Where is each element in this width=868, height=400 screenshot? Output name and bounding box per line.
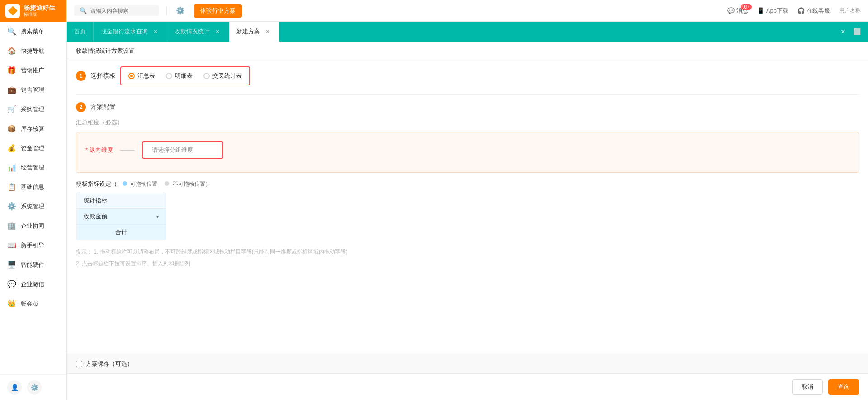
page-footer: 方案保存（可选） — [67, 354, 868, 373]
chevron-down-icon[interactable]: ▾ — [156, 214, 159, 219]
tips-area: 提示： 1. 拖动标题栏可以调整布局，不可跨维度或指标区域拖动栏目字段(只能在同… — [76, 242, 859, 274]
member-icon: 👑 — [7, 299, 16, 308]
metrics-table-header: 统计指标 — [76, 193, 166, 209]
sidebar-nav: 🔍 搜索菜单 🏠 快捷导航 🎁 营销推广 💼 销售管理 🛒 采购管理 📦 库存核… — [0, 22, 66, 374]
step1-header: 1 选择模板 汇总表 明细表 — [76, 66, 859, 85]
sidebar-item-quick-nav[interactable]: 🏠 快捷导航 — [0, 41, 66, 61]
movable-dot — [123, 181, 127, 186]
radio-summary[interactable] — [128, 73, 135, 79]
tabbar: 首页 现金银行流水查询 ✕ 收款情况统计 ✕ 新建方案 ✕ ✕ ⬜ — [67, 22, 868, 42]
metrics-cell-total: 合计 — [76, 224, 166, 240]
vertical-dimension-label: * 纵向维度 — [85, 146, 113, 154]
close-window-icon[interactable]: ✕ — [839, 26, 848, 37]
gear-icon[interactable]: ⚙️ — [174, 5, 187, 17]
sidebar-item-hardware[interactable]: 🖥️ 智能硬件 — [0, 255, 66, 274]
step2-num: 2 — [76, 102, 86, 112]
tab-new-plan-close[interactable]: ✕ — [264, 28, 272, 36]
hardware-icon: 🖥️ — [7, 260, 16, 269]
save-checkbox[interactable] — [76, 361, 82, 367]
user-name[interactable]: 用户名称 — [839, 7, 861, 14]
step2-section: 2 方案配置 汇总维度（必选） * 纵向维度 —— — [76, 102, 859, 274]
purchase-icon: 🛒 — [7, 105, 16, 113]
metrics-table: 统计指标 收款金额 ▾ 合计 — [76, 193, 166, 240]
radio-detail[interactable] — [166, 73, 172, 79]
search-input[interactable] — [90, 8, 154, 14]
home-icon: 🏠 — [7, 47, 16, 55]
operation-icon: 📊 — [7, 163, 16, 172]
search-box[interactable]: 🔍 — [74, 5, 159, 16]
tab-collection-stats[interactable]: 收款情况统计 ✕ — [167, 22, 229, 42]
app-download-btn[interactable]: 📱 App下载 — [757, 7, 788, 15]
basic-icon: 📋 — [7, 183, 16, 191]
config-section: 汇总维度（必选） * 纵向维度 —— 请选择分组维度 — [76, 118, 859, 274]
beginner-icon: 📖 — [7, 241, 16, 249]
legend-movable: 可拖动位置 — [123, 180, 157, 188]
form-area: 1 选择模板 汇总表 明细表 — [67, 59, 868, 354]
sidebar-item-inventory[interactable]: 📦 库存核算 — [0, 119, 66, 138]
sidebar: 🔶 畅捷通好生 标准版 🔍 搜索菜单 🏠 快捷导航 🎁 营销推广 💼 销售管理 … — [0, 0, 67, 400]
logo-icon: 🔶 — [5, 4, 20, 18]
query-button[interactable]: 查询 — [828, 379, 859, 395]
summary-dimension-label: 汇总维度（必选） — [76, 118, 859, 127]
page-container: 收款情况统计方案设置 1 选择模板 汇总表 — [67, 42, 868, 373]
metrics-cell-amount[interactable]: 收款金额 ▾ — [76, 209, 166, 224]
search-icon: 🔍 — [80, 7, 87, 14]
sidebar-item-beginner[interactable]: 📖 新手引导 — [0, 235, 66, 255]
sales-icon: 💼 — [7, 85, 16, 94]
maximize-icon[interactable]: ⬜ — [851, 26, 863, 37]
option-summary[interactable]: 汇总表 — [128, 72, 155, 80]
main-content: 🔍 ⚙️ 体验行业方案 💬 消息 99+ 📱 App下载 🎧 在线客服 用户名称 — [67, 0, 868, 400]
wechat-icon: 💬 — [7, 280, 16, 288]
online-service-btn[interactable]: 🎧 在线客服 — [797, 7, 830, 15]
tab-collection-stats-close[interactable]: ✕ — [213, 28, 222, 36]
tab-home[interactable]: 首页 — [67, 22, 94, 42]
topbar-right: 💬 消息 99+ 📱 App下载 🎧 在线客服 用户名称 — [727, 7, 861, 15]
service-icon: 🎧 — [797, 7, 805, 14]
sidebar-bottom-icon-2[interactable]: ⚙️ — [27, 380, 42, 395]
sidebar-bottom-icon-1[interactable]: 👤 — [7, 380, 22, 395]
step1-section: 1 选择模板 汇总表 明细表 — [76, 66, 859, 85]
sidebar-item-member[interactable]: 👑 畅会员 — [0, 294, 66, 313]
tab-cash-bank[interactable]: 现金银行流水查询 ✕ — [94, 22, 167, 42]
sidebar-item-wechat[interactable]: 💬 企业微信 — [0, 274, 66, 294]
cancel-button[interactable]: 取消 — [792, 379, 823, 395]
dimension-area: * 纵向维度 —— 请选择分组维度 — [76, 132, 859, 173]
radio-cross[interactable] — [203, 73, 210, 79]
option-cross[interactable]: 交叉统计表 — [203, 72, 242, 80]
finance-icon: 💰 — [7, 144, 16, 152]
inventory-icon: 📦 — [7, 124, 16, 133]
legend-unmovable: 不可拖动位置） — [165, 180, 210, 188]
sidebar-item-system[interactable]: ⚙️ 系统管理 — [0, 197, 66, 216]
message-btn[interactable]: 💬 消息 99+ — [727, 7, 748, 15]
download-icon: 📱 — [757, 7, 764, 14]
industry-btn[interactable]: 体验行业方案 — [194, 4, 242, 18]
step1-title: 选择模板 — [90, 72, 116, 80]
sidebar-item-operation[interactable]: 📊 经营管理 — [0, 158, 66, 177]
logo-text: 畅捷通好生 标准版 — [24, 4, 55, 18]
template-options: 汇总表 明细表 交叉统计表 — [120, 66, 250, 85]
sidebar-item-marketing[interactable]: 🎁 营销推广 — [0, 61, 66, 80]
sidebar-item-finance[interactable]: 💰 资金管理 — [0, 138, 66, 158]
content-area: 收款情况统计方案设置 1 选择模板 汇总表 — [67, 42, 868, 400]
enterprise-icon: 🏢 — [7, 221, 16, 230]
step1-num: 1 — [76, 71, 86, 81]
page-breadcrumb: 收款情况统计方案设置 — [67, 42, 868, 59]
tips-label: 提示： 1. 拖动标题栏可以调整布局，不可跨维度或指标区域拖动栏目字段(只能在同… — [76, 247, 859, 257]
save-label: 方案保存（可选） — [86, 360, 133, 368]
tab-cash-bank-close[interactable]: ✕ — [151, 28, 160, 36]
sidebar-item-enterprise[interactable]: 🏢 企业协同 — [0, 216, 66, 235]
sidebar-item-basic[interactable]: 📋 基础信息 — [0, 177, 66, 197]
dimension-picker[interactable]: 请选择分组维度 — [142, 141, 223, 159]
message-icon: 💬 — [727, 7, 735, 14]
tab-new-plan[interactable]: 新建方案 ✕ — [229, 22, 279, 42]
metrics-section: 模板指标设定（ 可拖动位置 不可拖动位置） — [76, 180, 859, 242]
tip2: 2. 点击标题栏下拉可设置排序、插入列和删除列 — [76, 259, 859, 269]
sidebar-item-search-menu[interactable]: 🔍 搜索菜单 — [0, 22, 66, 41]
metrics-header: 模板指标设定（ 可拖动位置 不可拖动位置） — [76, 180, 859, 188]
action-bar: 取消 查询 — [67, 373, 868, 400]
sidebar-item-purchase[interactable]: 🛒 采购管理 — [0, 99, 66, 119]
option-detail[interactable]: 明细表 — [166, 72, 193, 80]
topbar-divider — [166, 6, 167, 15]
step2-header: 2 方案配置 — [76, 102, 859, 112]
sidebar-item-sales[interactable]: 💼 销售管理 — [0, 80, 66, 99]
